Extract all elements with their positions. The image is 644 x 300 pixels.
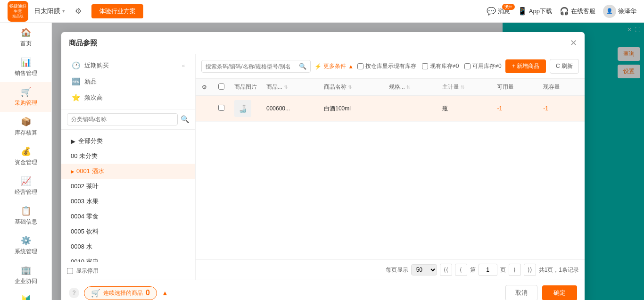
modal-title: 商品参照 — [69, 39, 97, 48]
operations-icon: 📈 — [21, 176, 31, 186]
page-number-input[interactable] — [479, 264, 497, 276]
row-check — [213, 96, 230, 122]
sidebar-item-finance[interactable]: 💰 资金管理 — [0, 142, 51, 171]
cancel-button[interactable]: 取消 — [505, 285, 537, 300]
show-disabled-label: 显示停用 — [76, 267, 99, 275]
check-nonzero-stock[interactable]: 现有库存≠0 — [422, 62, 459, 70]
basic-icon: 📋 — [21, 206, 31, 216]
modal-close-button[interactable]: ✕ — [570, 38, 577, 48]
show-disabled-area: 显示停用 — [61, 262, 195, 280]
th-name[interactable]: 商品名称 — [319, 79, 384, 96]
th-code[interactable]: 商品... — [262, 79, 319, 96]
sidebar-item-inventory[interactable]: 📦 库存核算 — [0, 112, 51, 142]
row-image: 🍶 — [230, 96, 262, 122]
product-reference-modal: 商品参照 ✕ 🕐 近期购买 « 🆕 新品 — [61, 32, 585, 300]
check-nonzero-available[interactable]: 可用库存≠0 — [464, 62, 501, 70]
new-icon: 🆕 — [72, 77, 81, 86]
per-page-select[interactable]: 50 100 — [411, 264, 437, 275]
app-download-nav-item[interactable]: 📱 App下载 — [518, 7, 552, 16]
page-first-button[interactable]: ⟨⟨ — [440, 264, 452, 276]
main-content: ✕ ⛶ 查询 设置 商品参照 ✕ 🕐 — [52, 23, 644, 300]
left-search-area: 🔍 — [61, 109, 195, 130]
refresh-button[interactable]: C 刷新 — [550, 59, 579, 74]
th-stock: 现存量 — [538, 79, 585, 96]
headset-icon: 🎧 — [560, 7, 569, 16]
row-checkbox[interactable] — [218, 105, 224, 111]
sidebar-item-basic[interactable]: 📋 基础信息 — [0, 201, 51, 231]
th-check — [213, 79, 230, 96]
bottle-icon: 🍶 — [238, 104, 248, 113]
category-search-button[interactable]: 🔍 — [181, 115, 190, 124]
right-panel: 🔍 ⚡ 更多条件 ▲ 按仓库显示现有库存 — [196, 54, 585, 280]
chevron-up-icon[interactable]: ▲ — [162, 289, 168, 297]
sidebar-item-home[interactable]: 🏠 首页 — [0, 23, 51, 52]
sidebar-item-sales[interactable]: 📊 销售管理 — [0, 52, 51, 82]
sidebar: 🏠 首页 📊 销售管理 🛒 采购管理 📦 库存核算 💰 资金管理 📈 经营管理 … — [0, 23, 52, 300]
help-button[interactable]: ? — [69, 288, 79, 298]
active-arrow-icon: ▶ — [71, 169, 74, 174]
expand-icon: ▶ — [71, 138, 75, 145]
product-search-box: 🔍 — [201, 60, 311, 73]
th-available: 可用量 — [492, 79, 538, 96]
customer-service-nav-item[interactable]: 🎧 在线客服 — [560, 7, 595, 16]
page-next-button[interactable]: ⟩ — [509, 264, 521, 276]
row-unit: 瓶 — [438, 96, 493, 122]
th-unit[interactable]: 主计量 — [438, 79, 493, 96]
pagination-bar: 每页显示 50 100 ⟨⟨ ⟨ 第 页 ⟩ ⟩⟩ 共1页，1条记录 — [196, 259, 585, 280]
confirm-button[interactable]: 确定 — [542, 285, 577, 300]
category-item-00[interactable]: 00 未分类 — [61, 149, 195, 164]
th-spec[interactable]: 规格... — [384, 79, 438, 96]
cart-icon: 🛒 — [91, 289, 100, 298]
product-search-input[interactable] — [206, 63, 297, 70]
category-item-0003[interactable]: 0003 水果 — [61, 194, 195, 209]
row-code: 000600... — [262, 96, 319, 122]
product-table-wrap: ⚙ 商品图片 商品... 商品名称 规格... 主计量 可用量 — [196, 79, 585, 259]
nav-right: 💬 消息 99+ 📱 App下载 🎧 在线客服 👤 徐泽华 — [487, 5, 636, 18]
modal-overlay[interactable]: 商品参照 ✕ 🕐 近期购买 « 🆕 新品 — [52, 23, 644, 300]
tab-recent-purchase[interactable]: 🕐 近期购买 « — [67, 58, 190, 73]
dropdown-arrow-icon: ▾ — [62, 8, 65, 14]
recent-icon: 🕐 — [72, 61, 81, 70]
category-item-0010[interactable]: 0010 家电 — [61, 254, 195, 262]
tab-new-products[interactable]: 🆕 新品 — [67, 74, 190, 89]
sidebar-item-system[interactable]: ⚙️ 系统管理 — [0, 231, 51, 260]
show-disabled-checkbox[interactable] — [67, 268, 73, 274]
top-nav: 畅捷通好生意 精品版 日太阳膜 ▾ ⚙ 体验行业方案 💬 消息 99+ 📱 Ap… — [0, 0, 644, 23]
category-item-0001[interactable]: ▶ 0001 酒水 — [61, 164, 195, 179]
user-profile-nav-item[interactable]: 👤 徐泽华 — [603, 5, 636, 18]
more-conditions-button[interactable]: ⚡ 更多条件 ▲ — [314, 62, 354, 70]
tab-frequent[interactable]: ⭐ 频次高 — [67, 90, 190, 105]
page-last-button[interactable]: ⟩⟩ — [524, 264, 536, 276]
table-row[interactable]: 🍶 000600... 白酒100ml 瓶 -1 -1 — [196, 96, 585, 122]
enterprise-icon: 🏢 — [21, 265, 31, 275]
category-search-input[interactable] — [67, 113, 178, 125]
cart-selection-area[interactable]: 🛒 连续选择的商品 0 — [84, 286, 157, 300]
message-icon: 💬 — [487, 7, 496, 16]
system-icon: ⚙️ — [21, 235, 31, 246]
nav-dropdown[interactable]: 日太阳膜 ▾ — [34, 7, 65, 16]
sidebar-item-guide[interactable]: 🔰 新手引导 — [0, 290, 51, 300]
category-all[interactable]: ▶ 全部分类 — [61, 133, 195, 149]
sidebar-item-purchase[interactable]: 🛒 采购管理 — [0, 82, 51, 112]
th-gear: ⚙ — [196, 79, 213, 96]
left-panel-tabs: 🕐 近期购买 « 🆕 新品 ⭐ 频次高 — [61, 54, 195, 109]
category-item-0004[interactable]: 0004 零食 — [61, 209, 195, 224]
select-all-checkbox[interactable] — [218, 83, 224, 90]
category-item-0005[interactable]: 0005 饮料 — [61, 224, 195, 239]
add-product-button[interactable]: + 新增商品 — [505, 59, 546, 73]
sidebar-item-enterprise[interactable]: 🏢 企业协同 — [0, 260, 51, 290]
row-stock: -1 — [538, 96, 585, 122]
table-header-row: ⚙ 商品图片 商品... 商品名称 规格... 主计量 可用量 — [196, 79, 585, 96]
page-prev-button[interactable]: ⟨ — [455, 264, 467, 276]
modal-header: 商品参照 ✕ — [61, 32, 585, 54]
check-warehouse-stock[interactable]: 按仓库显示现有库存 — [357, 62, 416, 70]
trial-button[interactable]: 体验行业方案 — [91, 4, 143, 18]
chevron-up-icon: ▲ — [348, 63, 354, 70]
category-item-0002[interactable]: 0002 茶叶 — [61, 179, 195, 194]
sidebar-item-operations[interactable]: 📈 经营管理 — [0, 171, 51, 201]
product-search-icon[interactable]: 🔍 — [299, 63, 306, 70]
category-item-0008[interactable]: 0008 水 — [61, 239, 195, 254]
messages-nav-item[interactable]: 💬 消息 99+ — [487, 7, 510, 16]
settings-icon[interactable]: ⚙ — [71, 4, 86, 19]
inventory-icon: 📦 — [21, 117, 31, 127]
